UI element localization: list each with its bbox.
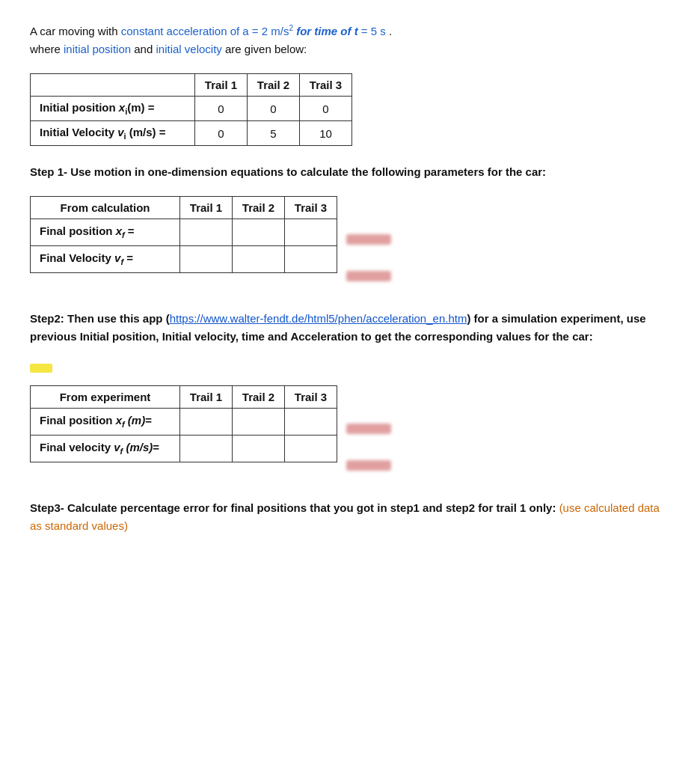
redact-mark-3: [346, 424, 391, 434]
step1-heading: Step 1- Use motion in one-dimension equa…: [30, 164, 670, 181]
table1-header-trail2: Trail 2: [248, 74, 300, 97]
row2-trail3: 10: [300, 121, 352, 146]
row1-label: Initial position xi(m) =: [31, 97, 195, 121]
redact-mark-2: [346, 271, 391, 281]
yellow-highlight-mark: [30, 364, 52, 373]
row1-trail3: 0: [300, 97, 352, 121]
row1-trail2: 0: [248, 97, 300, 121]
row2-trail2: 5: [248, 121, 300, 146]
intro-initial-velocity: initial velocity: [156, 43, 221, 55]
table1-header-trail1: Trail 1: [195, 74, 248, 97]
exp-row2-label: Final velocity vf (m/s)=: [31, 435, 180, 462]
redact-mark-1: [346, 234, 391, 245]
step2-close-paren: ): [467, 312, 470, 325]
calc-row1-trail2: [233, 219, 285, 245]
calc-row1-trail1: [180, 219, 233, 245]
table2-container: From calculation Trail 1 Trail 2 Trail 3…: [30, 196, 670, 292]
table-row: Initial Velocity vi (m/s) = 0 5 10: [31, 121, 352, 146]
calc-row1-trail3: [285, 219, 337, 245]
given-values-table: Trail 1 Trail 2 Trail 3 Initial position…: [30, 73, 352, 146]
table2-header-label: From calculation: [31, 196, 180, 219]
intro-line2: where initial position and initial veloc…: [30, 43, 307, 55]
table3-header-label: From experiment: [31, 385, 180, 408]
yellow-mark-container: [30, 361, 670, 373]
exp-row2-trail2: [233, 435, 285, 462]
table-row: Final Velocity vf =: [31, 245, 337, 272]
exp-row1-trail2: [233, 408, 285, 435]
calc-row1-label: Final position xf =: [31, 219, 180, 245]
table3-header-trail2: Trail 2: [233, 385, 285, 408]
table2-header-trail1: Trail 1: [180, 196, 233, 219]
row2-label: Initial Velocity vi (m/s) =: [31, 121, 195, 146]
redaction-marks-1: [343, 224, 391, 292]
step3-bold: Step3- Calculate percentage error for fi…: [30, 501, 559, 514]
exp-row1-trail3: [285, 408, 337, 435]
calculation-table: From calculation Trail 1 Trail 2 Trail 3…: [30, 196, 337, 273]
row2-trail1: 0: [195, 121, 248, 146]
redaction-marks-2: [343, 414, 391, 481]
exp-row2-trail3: [285, 435, 337, 462]
row1-trail1: 0: [195, 97, 248, 121]
exp-row1-trail1: [180, 408, 233, 435]
step3-text: Step3- Calculate percentage error for fi…: [30, 499, 670, 535]
table3-container: From experiment Trail 1 Trail 2 Trail 3 …: [30, 385, 670, 481]
intro-paragraph: A car moving with constant acceleration …: [30, 22, 670, 58]
table3-header-trail1: Trail 1: [180, 385, 233, 408]
exp-row1-label: Final position xf (m)=: [31, 408, 180, 435]
step2-text: Step2: Then use this app (https://www.wa…: [30, 310, 670, 346]
table2-header-trail2: Trail 2: [233, 196, 285, 219]
redact-mark-4: [346, 460, 391, 471]
table-row: Final position xf =: [31, 219, 337, 245]
step2-link[interactable]: https://www.walter-fendt.de/html5/phen/a…: [170, 312, 467, 325]
table-row: Initial position xi(m) = 0 0 0: [31, 97, 352, 121]
calc-row2-label: Final Velocity vf =: [31, 245, 180, 272]
table-row: Final velocity vf (m/s)=: [31, 435, 337, 462]
table2-header-trail3: Trail 3: [285, 196, 337, 219]
table3-header-trail3: Trail 3: [285, 385, 337, 408]
experiment-table: From experiment Trail 1 Trail 2 Trail 3 …: [30, 385, 337, 462]
table-row: Final position xf (m)=: [31, 408, 337, 435]
calc-row2-trail1: [180, 245, 233, 272]
exp-row2-trail1: [180, 435, 233, 462]
intro-line1: A car moving with constant acceleration …: [30, 25, 392, 37]
calc-row2-trail2: [233, 245, 285, 272]
intro-initial-position: initial position: [64, 43, 131, 55]
table1-header-trail3: Trail 3: [300, 74, 352, 97]
calc-row2-trail3: [285, 245, 337, 272]
intro-acceleration: constant acceleration of a = 2 m/s2 for …: [121, 25, 386, 37]
step2-label: Step2: Then use this app (: [30, 312, 170, 325]
table1-header-label: [31, 74, 195, 97]
